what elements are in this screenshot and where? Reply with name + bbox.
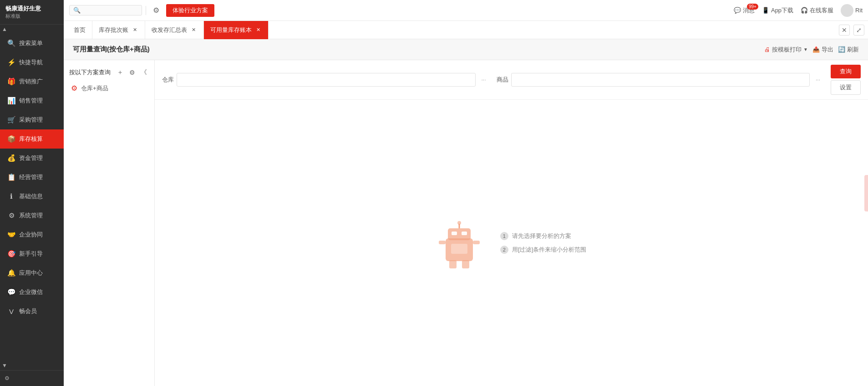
sidebar-label-11: 新手引导	[19, 250, 43, 258]
sidebar-scroll-up[interactable]: ▲	[0, 25, 9, 34]
svg-rect-1	[448, 228, 471, 240]
tab-1[interactable]: 库存批次账✕	[92, 21, 145, 39]
sidebar-item-搜索菜单[interactable]: 🔍搜索菜单	[0, 34, 64, 53]
add-schema-button[interactable]: ＋	[115, 67, 125, 77]
hint-number-1: 1	[500, 232, 508, 240]
sidebar-item-资金管理[interactable]: 💰资金管理	[0, 149, 64, 168]
app-download-button[interactable]: 📱 App下载	[762, 6, 793, 15]
header-gear-button[interactable]: ⚙	[150, 4, 162, 17]
sidebar-logo: 畅康通好生意 标准版	[0, 0, 64, 25]
sidebar-logo-sub: 标准版	[5, 13, 58, 20]
sidebar-icon-6: 💰	[7, 154, 15, 162]
service-label: 在线客服	[810, 6, 833, 15]
sidebar-label-12: 应用中心	[19, 269, 43, 277]
sidebar-label-0: 搜索菜单	[19, 39, 43, 47]
sidebar-scroll-down[interactable]: ▼	[0, 361, 9, 370]
refresh-icon: 🔄	[838, 46, 845, 53]
sidebar-label-5: 库存核算	[19, 135, 43, 143]
schema-item-label: 仓库+商品	[81, 84, 108, 93]
tab-close-2[interactable]: ✕	[190, 26, 197, 34]
collapse-panel-button[interactable]: 《	[139, 67, 149, 77]
page-header: 可用量查询(按仓库+商品) 🖨 按模板打印 ▼ 📤 导出 🔄 刷新	[64, 39, 868, 60]
tab-3[interactable]: 可用量库存账本✕	[204, 21, 269, 39]
sidebar-logo-title: 畅康通好生意	[5, 5, 58, 13]
user-profile-button[interactable]: Rit	[841, 4, 863, 17]
header-divider	[146, 6, 146, 15]
tab-2[interactable]: 收发存汇总表✕	[145, 21, 204, 39]
tab-0[interactable]: 首页	[67, 21, 92, 39]
export-label: 导出	[822, 46, 833, 54]
search-icon: 🔍	[73, 7, 81, 14]
product-filter-field: 商品 ···	[497, 73, 824, 87]
app-download-label: App下载	[771, 6, 793, 15]
empty-state: 1 请先选择要分析的方案 2 用[过滤]条件来缩小分析范围	[155, 100, 868, 386]
service-icon: 🎧	[801, 7, 808, 14]
hint-number-2: 2	[500, 246, 508, 254]
sidebar-icon-5: 📦	[7, 135, 15, 143]
svg-rect-7	[473, 241, 480, 244]
sidebar-item-应用中心[interactable]: 🔔应用中心	[0, 263, 64, 283]
message-badge: 99+	[747, 4, 758, 10]
product-more-button[interactable]: ···	[812, 74, 823, 85]
empty-hints: 1 请先选择要分析的方案 2 用[过滤]条件来缩小分析范围	[500, 232, 586, 254]
trial-industry-button[interactable]: 体验行业方案	[166, 4, 214, 17]
sidebar-label-9: 系统管理	[19, 211, 43, 220]
sidebar-label-8: 基础信息	[19, 192, 43, 201]
content-area: 按以下方案查询 ＋ ⚙ 《 ⚙ 仓库+商品 仓库	[64, 60, 868, 386]
tab-close-3[interactable]: ✕	[254, 26, 262, 34]
online-service-button[interactable]: 🎧 在线客服	[801, 6, 833, 15]
sidebar-icon-12: 🔔	[7, 269, 15, 277]
sidebar-item-企业微信[interactable]: 💬企业微信	[0, 283, 64, 302]
sidebar: 畅康通好生意 标准版 ▲ 🔍搜索菜单⚡快捷导航🎁营销推广📊销售管理🛒采购管理📦库…	[0, 0, 64, 386]
warehouse-input[interactable]	[177, 73, 476, 87]
side-scroll-indicator	[864, 175, 868, 211]
page-actions: 🖨 按模板打印 ▼ 📤 导出 🔄 刷新	[764, 46, 859, 54]
query-button[interactable]: 查询	[831, 65, 861, 78]
sidebar-item-库存核算[interactable]: 📦库存核算	[0, 129, 64, 149]
refresh-button[interactable]: 🔄 刷新	[838, 46, 859, 54]
sidebar-label-6: 资金管理	[19, 154, 43, 162]
sidebar-icon-2: 🎁	[7, 77, 15, 86]
svg-point-5	[457, 221, 461, 225]
sidebar-label-14: 畅会员	[19, 307, 37, 315]
tab-label-3: 可用量库存账本	[210, 26, 252, 34]
sidebar-label-7: 经营管理	[19, 173, 43, 181]
sidebar-icon-14: V	[7, 307, 15, 315]
svg-rect-10	[451, 244, 467, 254]
sidebar-item-销售管理[interactable]: 📊销售管理	[0, 91, 64, 110]
sidebar-icon-11: 🎯	[7, 250, 15, 258]
schema-item-icon: ⚙	[71, 84, 77, 93]
action-buttons: 查询 设置	[831, 65, 861, 95]
sidebar-item-经营管理[interactable]: 📋经营管理	[0, 168, 64, 187]
sidebar-icon-7: 📋	[7, 173, 15, 181]
sidebar-item-系统管理[interactable]: ⚙系统管理	[0, 206, 64, 225]
header-search-input[interactable]	[82, 7, 137, 14]
sidebar-item-采购管理[interactable]: 🛒采购管理	[0, 110, 64, 129]
tab-close-1[interactable]: ✕	[131, 26, 138, 34]
sidebar-icon-3: 📊	[7, 97, 15, 105]
warehouse-more-button[interactable]: ···	[478, 74, 489, 85]
sidebar-item-新手引导[interactable]: 🎯新手引导	[0, 244, 64, 263]
refresh-label: 刷新	[847, 46, 859, 54]
sidebar-item-企业协同[interactable]: 🤝企业协同	[0, 225, 64, 244]
sidebar-item-基础信息[interactable]: ℹ基础信息	[0, 187, 64, 206]
message-button[interactable]: 💬 消息 99+	[734, 6, 755, 15]
sidebar-icon-8: ℹ	[7, 192, 15, 201]
sidebar-item-快捷导航[interactable]: ⚡快捷导航	[0, 53, 64, 72]
product-input[interactable]	[511, 73, 810, 87]
settings-schema-button[interactable]: ⚙	[127, 67, 137, 77]
sidebar-menu: 🔍搜索菜单⚡快捷导航🎁营销推广📊销售管理🛒采购管理📦库存核算💰资金管理📋经营管理…	[0, 34, 64, 361]
svg-rect-3	[462, 232, 467, 235]
settings-button[interactable]: 设置	[831, 80, 861, 95]
print-template-button[interactable]: 🖨 按模板打印 ▼	[764, 46, 808, 54]
schema-warehouse-product[interactable]: ⚙ 仓库+商品	[64, 80, 154, 96]
sidebar-item-畅会员[interactable]: V畅会员	[0, 302, 64, 321]
right-panel: 仓库 ··· 商品 ··· 查询 设置	[155, 60, 868, 386]
close-all-tabs-button[interactable]: ✕	[839, 25, 850, 36]
warehouse-label: 仓库	[162, 76, 174, 84]
sidebar-settings[interactable]: ⚙	[5, 375, 10, 381]
sidebar-icon-13: 💬	[7, 288, 15, 296]
export-button[interactable]: 📤 导出	[812, 46, 833, 54]
expand-tabs-button[interactable]: ⤢	[853, 25, 864, 36]
sidebar-item-营销推广[interactable]: 🎁营销推广	[0, 72, 64, 91]
